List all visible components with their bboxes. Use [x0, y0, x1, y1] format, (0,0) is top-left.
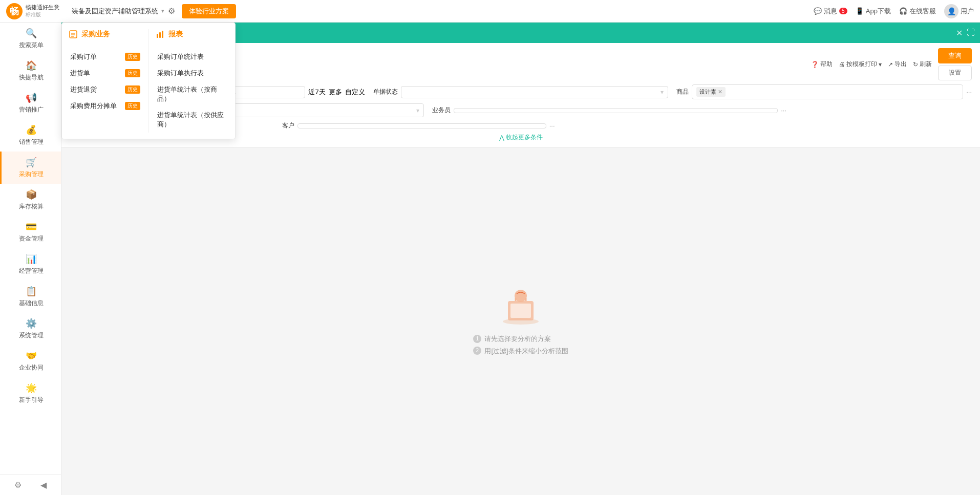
- purchase-return-label: 进货退货: [70, 85, 97, 94]
- goods-tag: 设计素 ✕: [696, 87, 726, 97]
- sidebar-label-enterprise: 企业协同: [19, 363, 44, 372]
- sidebar-item-purchase[interactable]: 🛒 采购管理: [0, 152, 61, 184]
- report-col-title: 报表: [155, 29, 229, 42]
- sidebar-label-basic: 基础信息: [19, 299, 44, 308]
- sidebar-item-basic[interactable]: 📋 基础信息: [0, 281, 61, 313]
- app-download-label: App下载: [866, 7, 891, 16]
- message-btn[interactable]: 💬 消息 5: [814, 7, 847, 16]
- goods-tag-close[interactable]: ✕: [718, 89, 722, 95]
- customer-label: 客户: [282, 121, 294, 130]
- dropdown-item-purchase-receive[interactable]: 进货单 历史: [68, 65, 142, 81]
- basic-icon: 📋: [26, 286, 37, 297]
- receive-stat-goods-label: 进货单统计表（按商品）: [157, 85, 227, 103]
- svg-rect-6: [70, 31, 77, 38]
- logo-text-area: 畅捷通好生意 标准版: [26, 4, 59, 18]
- filter-group-customer: 客户 ···: [282, 121, 555, 130]
- sidebar-label-search: 搜索菜单: [19, 41, 44, 50]
- message-badge: 5: [839, 8, 847, 14]
- help-btn[interactable]: ❓ 帮助: [811, 60, 833, 69]
- settings-btn[interactable]: ⚙: [164, 4, 179, 18]
- voucher-status-label: 单据状态: [373, 88, 398, 96]
- user-label: 用户: [961, 7, 974, 16]
- staff-more-btn[interactable]: ···: [781, 106, 786, 114]
- svg-rect-12: [162, 31, 163, 38]
- sidebar-item-finance[interactable]: 💳 资金管理: [0, 216, 61, 248]
- sidebar-item-operation[interactable]: 📊 经营管理: [0, 248, 61, 281]
- guide-icon: 🌟: [26, 382, 37, 394]
- dropdown-item-purchase-order-exec[interactable]: 采购订单执行表: [155, 65, 229, 81]
- sidebar-label-finance: 资金管理: [19, 234, 44, 243]
- online-service-btn[interactable]: 🎧 在线客服: [899, 7, 936, 16]
- empty-tip-1: 1 请先选择要分析的方案: [473, 333, 568, 345]
- query-button[interactable]: 查询: [938, 48, 972, 63]
- print-btn[interactable]: 🖨 按模板打印 ▾: [839, 60, 882, 69]
- svg-rect-11: [159, 32, 161, 38]
- export-btn[interactable]: ↗ 导出: [888, 60, 907, 69]
- sidebar-label-marketing: 营销推广: [19, 105, 44, 114]
- home-icon: 🏠: [26, 60, 37, 71]
- tab-expand-icon[interactable]: ⛶: [967, 28, 975, 37]
- logo-tag: 标准版: [26, 11, 59, 18]
- purchase-order-label: 采购订单: [70, 52, 97, 61]
- voucher-status-input[interactable]: ▾: [401, 86, 669, 98]
- sidebar-label-operation: 经营管理: [19, 267, 44, 275]
- svg-rect-10: [157, 34, 158, 38]
- settings-button[interactable]: 设置: [938, 66, 972, 80]
- filter-group-staff: 业务员 ···: [432, 106, 786, 115]
- report-col-icon: [155, 29, 165, 39]
- sidebar-item-sales[interactable]: 💰 销售管理: [0, 119, 61, 152]
- purchase-expense-label: 采购费用分摊单: [70, 101, 117, 111]
- sidebar-item-system[interactable]: ⚙️ 系统管理: [0, 313, 61, 345]
- tab-close-window-icon[interactable]: ✕: [956, 28, 963, 38]
- staff-input[interactable]: [454, 108, 778, 113]
- sidebar-item-guide[interactable]: 🌟 新手引导: [0, 377, 61, 410]
- collapse-arrow-icon: ⋀: [499, 134, 504, 141]
- refresh-btn[interactable]: ↻ 刷新: [913, 60, 932, 69]
- dropdown-item-purchase-order-stat[interactable]: 采购订单统计表: [155, 49, 229, 65]
- dropdown-item-purchase-return[interactable]: 进货退货 历史: [68, 81, 142, 98]
- step-2-badge: 2: [473, 347, 481, 355]
- industry-button[interactable]: 体验行业方案: [182, 4, 236, 18]
- sidebar-item-quick-nav[interactable]: 🏠 快捷导航: [0, 55, 61, 87]
- purchase-col-title: 采购业务: [68, 29, 142, 42]
- top-navbar: 畅 畅捷通好生意 标准版 装备及固定资产辅助管理系统 ▾ ⚙ 体验行业方案 💬 …: [0, 0, 980, 23]
- dropdown-item-receive-stat-goods[interactable]: 进货单统计表（按商品）: [155, 81, 229, 107]
- purchase-return-history: 历史: [125, 85, 140, 94]
- enterprise-icon: 🤝: [26, 350, 37, 361]
- purchase-col-icon: [68, 29, 78, 39]
- goods-more-btn[interactable]: ···: [966, 88, 972, 96]
- operation-icon: 📊: [26, 253, 37, 265]
- customer-more-btn[interactable]: ···: [549, 122, 555, 130]
- sidebar-item-search[interactable]: 🔍 搜索菜单: [0, 23, 61, 55]
- sidebar-collapse-btn[interactable]: ◀: [40, 480, 47, 490]
- empty-text: 1 请先选择要分析的方案 2 用[过滤]条件来缩小分析范围: [473, 333, 568, 357]
- sidebar-settings-btn[interactable]: ⚙: [14, 480, 22, 490]
- dropdown-item-receive-stat-supplier[interactable]: 进货单统计表（按供应商）: [155, 107, 229, 133]
- system-icon: ⚙️: [26, 318, 37, 329]
- user-btn[interactable]: 👤 用户: [944, 4, 974, 18]
- report-col-title-text: 报表: [168, 30, 183, 39]
- sidebar-item-inventory[interactable]: 📦 库存核算: [0, 184, 61, 216]
- inventory-icon: 📦: [26, 189, 37, 200]
- top-right-area: 💬 消息 5 📱 App下载 🎧 在线客服 👤 用户: [814, 4, 974, 18]
- purchase-col: 采购业务 采购订单 历史 进货单 历史 进货退货 历史 采购费用分摊单 历史: [62, 29, 148, 133]
- sidebar-label-inventory: 库存核算: [19, 202, 44, 211]
- purchase-order-history: 历史: [125, 53, 140, 61]
- sidebar-label-guide: 新手引导: [19, 396, 44, 404]
- date-more[interactable]: 更多: [329, 88, 342, 97]
- customer-input[interactable]: [297, 123, 546, 128]
- empty-tip-1-text: 请先选择要分析的方案: [484, 333, 551, 345]
- date-7days[interactable]: 近7天: [308, 88, 325, 97]
- goods-input[interactable]: 设计素 ✕: [692, 84, 963, 99]
- purchase-col-title-text: 采购业务: [81, 30, 110, 39]
- date-custom[interactable]: 自定义: [345, 88, 365, 97]
- app-download-btn[interactable]: 📱 App下载: [856, 7, 891, 16]
- sidebar-item-marketing[interactable]: 📢 营销推广: [0, 87, 61, 119]
- dropdown-item-purchase-expense[interactable]: 采购费用分摊单 历史: [68, 98, 142, 114]
- sidebar-item-enterprise[interactable]: 🤝 企业协同: [0, 345, 61, 377]
- voucher-status-arrow: ▾: [661, 89, 664, 96]
- purchase-expense-history: 历史: [125, 102, 140, 110]
- sidebar-label-system: 系统管理: [19, 331, 44, 340]
- headset-icon: 🎧: [899, 7, 907, 15]
- dropdown-item-purchase-order[interactable]: 采购订单 历史: [68, 49, 142, 65]
